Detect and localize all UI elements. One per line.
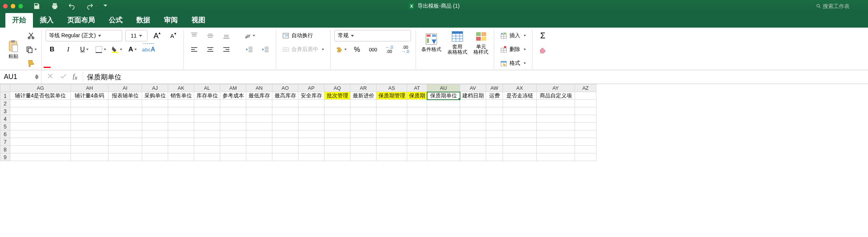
cell-AP7[interactable] [298, 138, 324, 146]
cell-AN2[interactable] [246, 100, 272, 107]
cell-AM3[interactable] [220, 107, 246, 115]
autosum-icon[interactable]: Σ [536, 30, 549, 41]
row-header-8[interactable]: 8 [0, 146, 10, 153]
cell-AP4[interactable] [298, 115, 324, 123]
cell-AP1[interactable]: 安全库存 [298, 92, 324, 100]
align-right-icon[interactable] [220, 44, 233, 55]
decrease-indent-icon[interactable] [243, 44, 256, 55]
cell-AJ6[interactable] [142, 130, 168, 138]
cell-AQ8[interactable] [324, 146, 350, 153]
cell-AR7[interactable] [350, 138, 377, 146]
cell-AX3[interactable] [503, 107, 537, 115]
cell-AR1[interactable]: 最新进价 [350, 92, 377, 100]
cell-AI3[interactable] [108, 107, 142, 115]
cell-AJ4[interactable] [142, 115, 168, 123]
cell-AU7[interactable] [427, 138, 460, 146]
cell-AW9[interactable] [486, 153, 503, 161]
column-header-AN[interactable]: AN [246, 84, 272, 92]
cell-AN8[interactable] [246, 146, 272, 153]
cell-AT1[interactable]: 保质期 [407, 92, 427, 100]
cell-AG1[interactable]: 辅计量4是否包装单位 [10, 92, 71, 100]
cell-AH8[interactable] [71, 146, 108, 153]
cell-AT7[interactable] [407, 138, 427, 146]
cell-AS5[interactable] [377, 123, 407, 130]
cell-AI6[interactable] [108, 130, 142, 138]
cell-AS9[interactable] [377, 153, 407, 161]
align-middle-icon[interactable] [204, 30, 217, 41]
cell-AO1[interactable]: 最高库存 [272, 92, 298, 100]
cell-AO4[interactable] [272, 115, 298, 123]
comma-style-button[interactable]: 000 [367, 44, 380, 55]
cell-AG8[interactable] [10, 146, 71, 153]
cell-AH3[interactable] [71, 107, 108, 115]
cell-AH9[interactable] [71, 153, 108, 161]
cell-AL6[interactable] [194, 130, 220, 138]
cell-AG5[interactable] [10, 123, 71, 130]
cell-AQ1[interactable]: 批次管理 [324, 92, 350, 100]
tab-审阅[interactable]: 审阅 [157, 13, 185, 28]
cell-AM6[interactable] [220, 130, 246, 138]
tab-视图[interactable]: 视图 [185, 13, 212, 28]
cell-AL5[interactable] [194, 123, 220, 130]
cell-AX1[interactable]: 是否走冻链 [503, 92, 537, 100]
name-box[interactable]: AU1 [0, 70, 41, 84]
cell-AV9[interactable] [460, 153, 486, 161]
merge-center-button[interactable]: 合并后居中 [280, 44, 326, 55]
cell-AY7[interactable] [537, 138, 575, 146]
cell-AI1[interactable]: 报表辅单位 [108, 92, 142, 100]
cell-AH6[interactable] [71, 130, 108, 138]
tab-开始[interactable]: 开始 [5, 13, 33, 28]
tab-公式[interactable]: 公式 [102, 13, 129, 28]
cell-AK2[interactable] [168, 100, 194, 107]
clear-icon[interactable] [536, 44, 549, 55]
cell-AV8[interactable] [460, 146, 486, 153]
cell-AL7[interactable] [194, 138, 220, 146]
cell-AQ3[interactable] [324, 107, 350, 115]
cell-AU4[interactable] [427, 115, 460, 123]
zoom-window-icon[interactable] [18, 4, 23, 8]
cell-AS3[interactable] [377, 107, 407, 115]
cell-AO8[interactable] [272, 146, 298, 153]
cell-AZ4[interactable] [575, 115, 596, 123]
font-size-dropdown[interactable]: 11 [125, 30, 147, 41]
column-header-AS[interactable]: AS [377, 84, 407, 92]
cell-AL2[interactable] [194, 100, 220, 107]
cell-AP6[interactable] [298, 130, 324, 138]
cell-AS1[interactable]: 保质期管理 [377, 92, 407, 100]
cell-AX2[interactable] [503, 100, 537, 107]
cell-AK9[interactable] [168, 153, 194, 161]
search-box[interactable] [816, 3, 865, 9]
confirm-formula-icon[interactable] [60, 72, 67, 81]
cell-AN1[interactable]: 最低库存 [246, 92, 272, 100]
cell-AY1[interactable]: 商品自定义项 [537, 92, 575, 100]
format-painter-icon[interactable] [25, 58, 38, 69]
cell-AY3[interactable] [537, 107, 575, 115]
cell-AZ8[interactable] [575, 146, 596, 153]
copy-icon[interactable] [25, 44, 38, 55]
cell-AJ5[interactable] [142, 123, 168, 130]
cell-AI4[interactable] [108, 115, 142, 123]
cell-AQ7[interactable] [324, 138, 350, 146]
cell-AN6[interactable] [246, 130, 272, 138]
cell-AH1[interactable]: 辅计量4条码 [71, 92, 108, 100]
currency-button[interactable] [334, 44, 347, 55]
cell-AQ5[interactable] [324, 123, 350, 130]
paste-button[interactable]: 粘贴 [5, 40, 21, 59]
cell-AI7[interactable] [108, 138, 142, 146]
delete-cells-button[interactable]: 删除 [498, 44, 528, 55]
row-header-2[interactable]: 2 [0, 100, 10, 107]
cell-AM5[interactable] [220, 123, 246, 130]
cell-AK8[interactable] [168, 146, 194, 153]
cell-AH4[interactable] [71, 115, 108, 123]
cancel-formula-icon[interactable] [47, 72, 54, 81]
cell-AM9[interactable] [220, 153, 246, 161]
conditional-formatting-button[interactable]: 条件格式 [420, 33, 443, 52]
cell-AO6[interactable] [272, 130, 298, 138]
cell-AP2[interactable] [298, 100, 324, 107]
cell-AR2[interactable] [350, 100, 377, 107]
cell-AK4[interactable] [168, 115, 194, 123]
cell-AY5[interactable] [537, 123, 575, 130]
cell-AK6[interactable] [168, 130, 194, 138]
cell-AJ2[interactable] [142, 100, 168, 107]
cell-AZ5[interactable] [575, 123, 596, 130]
